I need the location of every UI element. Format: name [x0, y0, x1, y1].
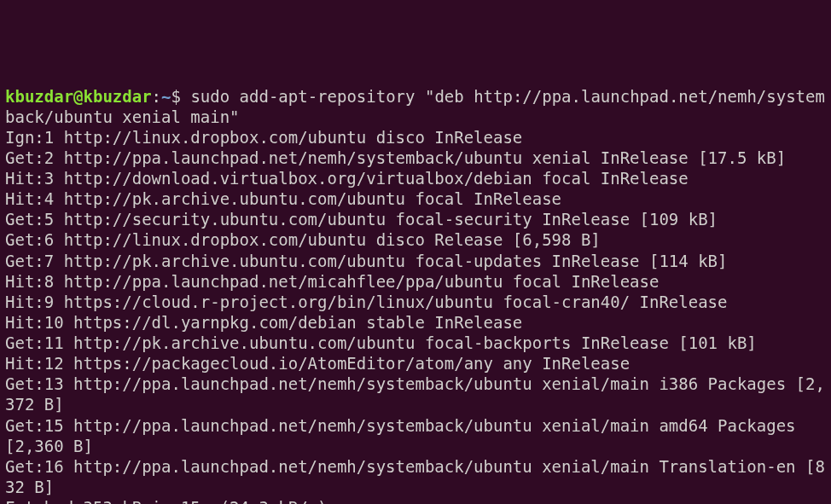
prompt-dollar: $ — [171, 87, 191, 106]
output-line: Hit:4 http://pk.archive.ubuntu.com/ubunt… — [5, 188, 826, 209]
output-line: Hit:10 https://dl.yarnpkg.com/debian sta… — [5, 312, 826, 333]
prompt-user: kbuzdar — [5, 87, 73, 106]
prompt-line-1: kbuzdar@kbuzdar:~$ sudo add-apt-reposito… — [5, 86, 826, 127]
prompt-colon: : — [152, 87, 161, 106]
terminal-output: Ign:1 http://linux.dropbox.com/ubuntu di… — [5, 127, 826, 504]
output-line: Get:11 http://pk.archive.ubuntu.com/ubun… — [5, 333, 826, 353]
output-line: Ign:1 http://linux.dropbox.com/ubuntu di… — [5, 127, 826, 148]
output-line: Get:6 http://linux.dropbox.com/ubuntu di… — [5, 229, 826, 250]
output-line: Fetched 353 kB in 15s (24.3 kB/s) — [5, 497, 826, 504]
output-line: Get:13 http://ppa.launchpad.net/nemh/sys… — [5, 374, 826, 414]
output-line: Get:15 http://ppa.launchpad.net/nemh/sys… — [5, 415, 826, 456]
output-line: Hit:12 https://packagecloud.io/AtomEdito… — [5, 353, 826, 374]
prompt-at: @ — [73, 87, 83, 106]
output-line: Get:16 http://ppa.launchpad.net/nemh/sys… — [5, 456, 826, 497]
output-line: Hit:3 http://download.virtualbox.org/vir… — [5, 168, 826, 188]
output-line: Get:7 http://pk.archive.ubuntu.com/ubunt… — [5, 251, 826, 271]
output-line: Hit:8 http://ppa.launchpad.net/micahflee… — [5, 271, 826, 292]
output-line: Hit:9 https://cloud.r-project.org/bin/li… — [5, 292, 826, 312]
output-line: Get:2 http://ppa.launchpad.net/nemh/syst… — [5, 148, 826, 168]
prompt-path: ~ — [161, 87, 171, 106]
output-line: Get:5 http://security.ubuntu.com/ubuntu … — [5, 209, 826, 229]
prompt-host: kbuzdar — [84, 87, 152, 106]
